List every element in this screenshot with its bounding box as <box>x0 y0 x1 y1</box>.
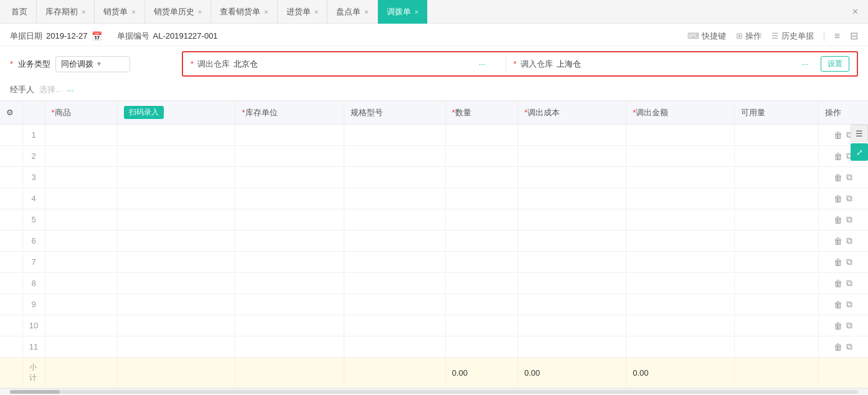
td-qty-3[interactable] <box>445 167 517 188</box>
td-amount-7[interactable] <box>626 252 735 273</box>
tab-close-view-sales[interactable]: × <box>264 8 268 16</box>
td-product-11[interactable] <box>45 336 117 358</box>
td-cost-4[interactable] <box>517 188 626 209</box>
tab-sales-order[interactable]: 销货单 × <box>95 0 144 24</box>
td-qty-6[interactable] <box>445 231 517 252</box>
td-cost-8[interactable] <box>517 273 626 294</box>
th-settings[interactable]: ⚙ <box>0 101 22 125</box>
td-amount-11[interactable] <box>626 336 735 358</box>
td-product-9[interactable] <box>45 294 117 315</box>
copy-icon-5[interactable]: ⧉ <box>846 214 852 225</box>
operations-action[interactable]: ⊞ 操作 <box>736 31 762 42</box>
copy-icon-3[interactable]: ⧉ <box>846 172 852 183</box>
copy-icon-7[interactable]: ⧉ <box>846 257 852 267</box>
delete-icon-9[interactable]: 🗑 <box>834 300 842 310</box>
td-product-10[interactable] <box>45 315 117 336</box>
tab-home[interactable]: 首页 <box>2 0 37 24</box>
td-unit-4[interactable] <box>235 188 344 209</box>
td-spec-10[interactable] <box>344 315 445 336</box>
delete-icon-4[interactable]: 🗑 <box>834 194 842 204</box>
td-unit-1[interactable] <box>235 125 344 146</box>
td-amount-2[interactable] <box>626 146 735 167</box>
tab-close-inventory[interactable]: × <box>364 8 368 16</box>
list-view-icon[interactable]: ≡ <box>834 31 840 42</box>
scrollbar-thumb[interactable] <box>10 390 60 394</box>
td-amount-6[interactable] <box>626 231 735 252</box>
td-qty-7[interactable] <box>445 252 517 273</box>
tab-close-sales-history[interactable]: × <box>198 8 202 16</box>
delete-icon-1[interactable]: 🗑 <box>834 130 842 140</box>
td-spec-7[interactable] <box>344 252 445 273</box>
delete-icon-10[interactable]: 🗑 <box>834 321 842 331</box>
copy-icon-10[interactable]: ⧉ <box>846 320 852 331</box>
delete-icon-2[interactable]: 🗑 <box>834 151 842 161</box>
window-close-button[interactable]: × <box>845 6 866 17</box>
td-spec-8[interactable] <box>344 273 445 294</box>
td-spec-4[interactable] <box>344 188 445 209</box>
td-spec-3[interactable] <box>344 167 445 188</box>
td-amount-5[interactable] <box>626 209 735 231</box>
td-unit-3[interactable] <box>235 167 344 188</box>
td-amount-10[interactable] <box>626 315 735 336</box>
td-unit-2[interactable] <box>235 146 344 167</box>
td-qty-8[interactable] <box>445 273 517 294</box>
delete-icon-3[interactable]: 🗑 <box>834 173 842 183</box>
td-amount-1[interactable] <box>626 125 735 146</box>
handler-more-icon[interactable]: ··· <box>67 85 74 95</box>
td-cost-10[interactable] <box>517 315 626 336</box>
settings-button[interactable]: 设置 <box>821 56 849 72</box>
td-product-2[interactable] <box>45 146 117 167</box>
td-amount-4[interactable] <box>626 188 735 209</box>
scrollbar-track[interactable] <box>10 390 858 394</box>
td-product-8[interactable] <box>45 273 117 294</box>
tab-stock-init[interactable]: 库存期初 × <box>37 0 95 24</box>
scan-btn[interactable]: 扫码录入 <box>124 106 164 119</box>
tab-close-sales-order[interactable]: × <box>131 8 135 16</box>
td-qty-5[interactable] <box>445 209 517 231</box>
transfer-out-more-icon[interactable]: ··· <box>479 59 486 69</box>
tab-inventory[interactable]: 盘点单 × <box>328 0 377 24</box>
td-unit-10[interactable] <box>235 315 344 336</box>
copy-icon-4[interactable]: ⧉ <box>846 193 852 204</box>
right-list-icon[interactable]: ☰ <box>851 125 868 142</box>
tab-view-sales[interactable]: 查看销货单 × <box>211 0 277 24</box>
td-cost-5[interactable] <box>517 209 626 231</box>
td-spec-9[interactable] <box>344 294 445 315</box>
history-action[interactable]: ☰ 历史单据 <box>771 31 814 42</box>
td-product-1[interactable] <box>45 125 117 146</box>
td-product-6[interactable] <box>45 231 117 252</box>
grid-view-icon[interactable]: ⊟ <box>850 30 858 42</box>
td-qty-10[interactable] <box>445 315 517 336</box>
td-spec-2[interactable] <box>344 146 445 167</box>
td-cost-6[interactable] <box>517 231 626 252</box>
tab-close-stock-init[interactable]: × <box>82 8 85 16</box>
td-spec-6[interactable] <box>344 231 445 252</box>
right-expand-icon[interactable]: ⤢ <box>851 143 868 161</box>
td-amount-8[interactable] <box>626 273 735 294</box>
delete-icon-7[interactable]: 🗑 <box>834 257 842 267</box>
td-qty-2[interactable] <box>445 146 517 167</box>
td-unit-6[interactable] <box>235 231 344 252</box>
copy-icon-8[interactable]: ⧉ <box>846 278 852 288</box>
td-unit-5[interactable] <box>235 209 344 231</box>
td-spec-11[interactable] <box>344 336 445 358</box>
biz-type-dropdown[interactable]: 同价调拨 ▼ <box>55 56 130 72</box>
delete-icon-6[interactable]: 🗑 <box>834 236 842 246</box>
td-spec-1[interactable] <box>344 125 445 146</box>
td-unit-7[interactable] <box>235 252 344 273</box>
td-amount-3[interactable] <box>626 167 735 188</box>
delete-icon-11[interactable]: 🗑 <box>834 342 842 352</box>
tab-close-transfer[interactable]: × <box>415 8 418 16</box>
tab-sales-history[interactable]: 销货单历史 × <box>145 0 211 24</box>
td-spec-5[interactable] <box>344 209 445 231</box>
shortcuts-action[interactable]: ⌨ 快捷键 <box>687 31 726 42</box>
td-unit-8[interactable] <box>235 273 344 294</box>
td-cost-9[interactable] <box>517 294 626 315</box>
td-cost-11[interactable] <box>517 336 626 358</box>
td-product-4[interactable] <box>45 188 117 209</box>
td-qty-11[interactable] <box>445 336 517 358</box>
calendar-icon[interactable]: 📅 <box>92 31 102 41</box>
td-cost-3[interactable] <box>517 167 626 188</box>
tab-transfer[interactable]: 调拨单 × <box>378 0 428 24</box>
td-qty-4[interactable] <box>445 188 517 209</box>
